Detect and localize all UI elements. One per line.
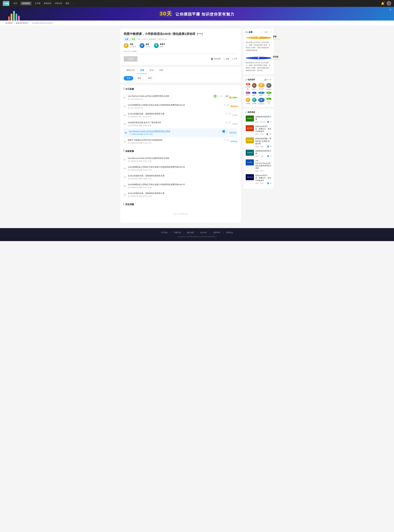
rec-info-5: 玩转Java开发工具，精通JUC，成为开发多面手 讲师：岳田 👤 46 — [255, 174, 271, 185]
classmate-avatar-6[interactable]: 1 — [258, 92, 264, 94]
rec-info-2: 前端全栈加强版！前端全栈+全周期+多组应用 讲师：岳田 👤 56 — [255, 137, 271, 148]
tabs: 课程介绍 目录 评论 问答 — [124, 67, 238, 74]
logo[interactable]: 云朵课堂 — [3, 1, 9, 6]
clock-icon-2: 🕐 — [128, 116, 130, 118]
download-icon-1[interactable]: ⬇ — [227, 104, 229, 106]
prev-teacher-button[interactable]: ‹ — [261, 31, 264, 34]
download-icon-5[interactable]: ⬇ — [227, 139, 229, 141]
breadcrumb-discover[interactable]: 发现课程 — [5, 22, 13, 24]
download-icon-4[interactable]: ⬇ — [226, 130, 228, 133]
nav-item-questions[interactable]: 题库 — [66, 2, 69, 5]
classmate-avatar-8[interactable]: 小 — [246, 98, 250, 102]
logo-text: 云朵课堂 — [3, 3, 9, 4]
footer-jobs[interactable]: 招贤纳士 — [226, 231, 233, 234]
footer-partner[interactable]: 合作伙伴 — [200, 231, 207, 234]
notification-bell[interactable]: 🔔 — [381, 2, 384, 5]
content-tab-offline[interactable]: 面授 — [145, 76, 155, 80]
classmate-5: 1 1567** — [252, 92, 257, 96]
bought-button[interactable]: 已购买 — [124, 56, 137, 62]
tab-catalog[interactable]: 目录 — [137, 67, 147, 74]
classmate-avatar-5[interactable]: 1 — [252, 92, 257, 94]
classmate-avatar-7[interactable]: B — [266, 92, 271, 94]
item-status-0[interactable]: 📶 直播中 — [229, 96, 238, 99]
sidebar-teacher-name-1: 宋利坚 — [273, 56, 282, 58]
classmate-0: 化 化学教书... — [246, 83, 250, 90]
nav-item-more[interactable]: ··· — [73, 2, 74, 5]
breadcrumb-series[interactable]: 新媒体营销系列 — [16, 22, 28, 24]
link-icon-4[interactable]: 🔗 — [223, 130, 225, 133]
teachers-card: 名师 ‹ 1/10 › 罗 罗静 ★★★★☆ 国内某重点大学安全工程专业硕士，国… — [244, 29, 274, 74]
teachers-title-text: 名师 — [247, 31, 253, 34]
mobile-watch-button[interactable]: 📱 手机观看 — [211, 57, 221, 60]
classmate-avatar-1[interactable]: 1 — [252, 83, 257, 88]
content-tab-record[interactable]: 录播 — [134, 76, 144, 80]
course-teachers: 罗 罗静 主讲老师 凌 凌荷 班主任 青 青青平 — [124, 43, 238, 48]
edit-icon-3[interactable]: ✏ — [225, 121, 228, 124]
footer-sitemap[interactable]: 网站地图 — [187, 231, 194, 234]
nav-item-discover[interactable]: 发现课程 — [21, 2, 31, 5]
recommended-title-text: 推荐课程 — [248, 111, 255, 113]
material-badge-0[interactable]: 资料 — [225, 95, 229, 98]
rec-count-0: 👤 34 — [267, 121, 271, 123]
classmate-avatar-0[interactable]: 化 — [246, 83, 250, 85]
edit-icon-5[interactable]: ✏ — [223, 139, 226, 141]
rec-meta-3: 讲师：冷崔 👤 40 — [255, 155, 271, 157]
rec-title-2[interactable]: 前端全栈加强版！前端全栈+全周期+多组应用 — [255, 137, 271, 145]
rec-meta-4: 讲师：张田 — [255, 170, 271, 172]
nav-item-open[interactable]: 公开课 — [35, 2, 41, 5]
edit-icon-4[interactable]: ✏ — [219, 130, 222, 133]
tab-intro[interactable]: 课程介绍 — [124, 67, 137, 74]
tab-comments[interactable]: 评论 — [147, 67, 156, 74]
refresh-classmates-button[interactable]: 🔄 换一换 — [264, 78, 271, 81]
footer-disclaimer[interactable]: 免费声明 — [213, 231, 220, 234]
item-status-4[interactable]: 查看回放 — [229, 131, 236, 134]
rec-title-1[interactable]: 玩转Java开发工具，精通JUC，成为开发多面手 — [255, 125, 271, 133]
content-tab-live[interactable]: 直播 — [124, 76, 133, 80]
rec-lecturer-1: 讲师：王崔 — [255, 133, 264, 136]
next-teacher-button[interactable]: › — [268, 31, 271, 34]
classmate-avatar-11[interactable]: q — [266, 98, 271, 100]
stats-icon-0[interactable]: 📊 — [214, 95, 216, 97]
classmate-avatar-4[interactable]: 1 — [246, 92, 250, 94]
course-actions: 已购买 📱 手机观看 ☆ 收藏 ↗ 分享 — [124, 56, 238, 62]
item-name-row-3: Java项目面试实操 提升大厂面试成功率 ✏ ⬇ — [128, 121, 232, 124]
nav-item-home[interactable]: 首页 — [13, 2, 17, 5]
teacher-info-1: 凌荷 班主任 — [145, 43, 150, 48]
rec-title-0[interactable]: 高级电商全线系统大课 — [255, 115, 271, 120]
footer-agent[interactable]: 加盟代理 — [174, 231, 181, 234]
classmate-avatar-9[interactable]: 大 — [252, 98, 257, 102]
nav-item-news[interactable]: 新闻资讯 — [44, 2, 52, 5]
nav-item-qa[interactable]: 问答社区 — [55, 2, 62, 5]
item-status-5[interactable]: 查看回放 — [230, 140, 238, 143]
collect-button[interactable]: ☆ 收藏 — [223, 57, 229, 60]
future-name-1: Vue全家桶实战 从零独立开发企业级小米电商系统(免费升级Vue3.0) — [128, 166, 238, 168]
share-button[interactable]: ↗ 分享 — [232, 57, 238, 60]
download-icon-0[interactable]: ⬇ — [220, 95, 223, 97]
teacher-item-2: 青 青青平 助教 — [154, 43, 165, 48]
banner-decoration-left — [8, 11, 20, 21]
download-icon-2[interactable]: ⬇ — [229, 113, 231, 115]
banner-close-button[interactable]: ✕ — [389, 8, 391, 11]
classmate-avatar-10[interactable]: S — [258, 98, 264, 102]
item-name-1: Vue全家桶实战 从零独立开发企业级小米电商系统(免费升级Vue3.0) — [128, 104, 222, 106]
sidebar-teacher-0: 罗 罗静 ★★★★☆ 国内某重点大学安全工程专业硕士，国家一级注册消防工程师、注… — [246, 36, 271, 54]
classmate-3: C Charles — [266, 83, 271, 90]
classmate-avatar-3[interactable]: C — [266, 83, 271, 88]
user-avatar[interactable]: 👤 — [387, 1, 391, 6]
classmates-title-text: 你的同学 — [248, 78, 255, 81]
teacher-page-info: 1/10 — [264, 31, 268, 33]
classmate-avatar-2[interactable]: 张 — [258, 83, 264, 88]
rec-title-3[interactable]: 高级电商全线系统大课 — [255, 150, 271, 155]
rec-title-5[interactable]: 玩转Java开发工具，精通JUC，成为开发多面手 — [255, 174, 271, 182]
rec-thumb-4: Vue后台 — [246, 159, 254, 165]
rec-thumb-5: 玩转Java — [246, 174, 254, 180]
edit-icon-1[interactable]: ✏ — [223, 104, 226, 106]
rec-title-4[interactable]: Vue Element+Node.js开发企业通用管理后台系统 — [255, 159, 271, 169]
item-name-4[interactable]: Vue Element+Node.js开发企业通用管理后台系统 — [129, 130, 217, 133]
download-icon-3[interactable]: ⬇ — [229, 121, 231, 124]
footer-about[interactable]: 关于我们 — [161, 231, 168, 234]
tab-qa[interactable]: 问答 — [156, 67, 166, 74]
edit-icon-2[interactable]: ✏ — [225, 113, 228, 115]
edit-icon-0[interactable]: ✏ — [217, 95, 220, 97]
future-num-4: 05 — [124, 194, 128, 196]
